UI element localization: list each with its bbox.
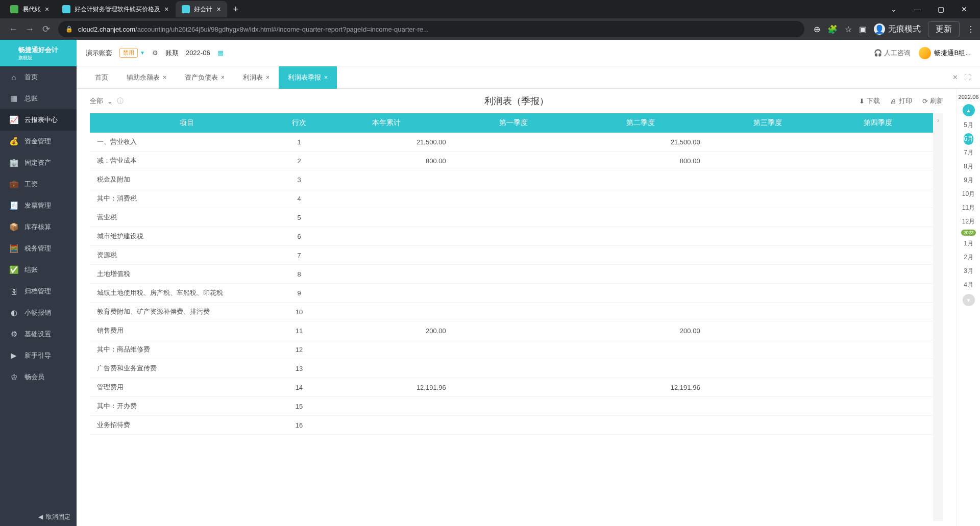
forward-button[interactable]: → [21,21,38,37]
help-icon[interactable]: ⓘ [117,96,124,106]
rail-down-button[interactable]: ▼ [963,294,975,306]
tab-close-icon[interactable]: × [164,5,168,13]
sidebar-item[interactable]: 🧾发票管理 [0,195,77,216]
sidebar-item[interactable]: ⚙基础设置 [0,323,77,345]
url-field[interactable]: 🔒 cloud2.chanjet.com/accounting/uh26t264… [58,21,804,37]
new-tab-button[interactable]: + [228,4,244,15]
table-row[interactable]: 广告费和业务宣传费 13 [90,359,933,378]
tab-title: 好会计财务管理软件购买价格及 [75,5,160,14]
logo[interactable]: 畅捷通好会计 旗舰版 [0,40,77,66]
month-button[interactable]: 12月 [961,215,976,229]
tab-close-icon[interactable]: × [221,74,225,81]
month-button[interactable]: 1月 [964,237,973,251]
table-scroll[interactable]: 项目行次本年累计第一季度第二季度第三季度第四季度 一、营业收入 1 21,500… [90,113,933,521]
browser-tab[interactable]: 易代账× [4,1,55,17]
sidebar-item[interactable]: 📦库存核算 [0,216,77,238]
sidebar-item[interactable]: ◐小畅报销 [0,302,77,323]
user-menu[interactable]: 畅捷通B组... [919,47,971,59]
month-button[interactable]: 6月 [964,133,973,145]
month-button[interactable]: 4月 [964,278,973,292]
close-icon[interactable]: ✕ [952,1,976,17]
table-row[interactable]: 税金及附加 3 [90,170,933,189]
month-button[interactable]: 11月 [961,201,976,215]
rail-up-button[interactable]: ▲ [963,104,975,116]
sidebar-item[interactable]: 📈云报表中心 [0,109,77,131]
sidebar-item[interactable]: ✅结账 [0,259,77,281]
table-row[interactable]: 营业税 5 [90,208,933,227]
table-row[interactable]: 土地增值税 8 [90,265,933,284]
table-row[interactable]: 其中：商品维修费 12 [90,340,933,359]
sidebar-item[interactable]: 🗄归档管理 [0,281,77,302]
tab-close-icon[interactable]: × [324,74,328,81]
table-row[interactable]: 业务招待费 16 [90,416,933,435]
logo-subtitle: 旗舰版 [18,55,58,61]
page-tab[interactable]: 辅助余额表× [117,66,176,89]
table-row[interactable]: 城镇土地使用税、房产税、车船税、印花税 9 [90,284,933,303]
table-row[interactable]: 一、营业收入 1 21,500.00 21,500.00 [90,133,933,152]
sidebar-item[interactable]: ♔畅会员 [0,366,77,388]
sidebar-item[interactable]: 🏢固定资产 [0,152,77,173]
sidebar-item[interactable]: ▦总账 [0,88,77,109]
month-button[interactable]: 8月 [961,160,976,173]
reload-button[interactable]: ⟳ [38,21,54,37]
sidebar-item[interactable]: ▶新手引导 [0,345,77,366]
page-tab[interactable]: 利润表× [234,66,279,89]
tab-close-icon[interactable]: × [266,74,270,81]
table-row[interactable]: 减：营业成本 2 800.00 800.00 [90,152,933,170]
nav-label: 小畅报销 [24,308,51,317]
fullscreen-icon[interactable]: ⛶ [964,73,971,81]
filter-dropdown[interactable]: 全部 ⌄ ⓘ [90,96,124,106]
account-dropdown-icon[interactable]: ▼ [140,50,145,56]
back-button[interactable]: ← [5,21,21,37]
sidebar-item[interactable]: 🧮税务管理 [0,238,77,259]
maximize-icon[interactable]: ▢ [929,1,952,17]
sidebar-item[interactable]: 💼工资 [0,173,77,195]
table-row[interactable]: 教育费附加、矿产资源补偿费、排污费 10 [90,303,933,321]
browser-tab[interactable]: 好会计财务管理软件购买价格及× [56,1,175,17]
extension-icon[interactable]: 🧩 [827,24,838,34]
month-button[interactable]: 7月 [961,146,976,160]
update-button[interactable]: 更新 [928,21,960,37]
cell-q3 [713,208,823,227]
print-button[interactable]: 🖨打印 [890,96,912,106]
table-row[interactable]: 管理费用 14 12,191.96 12,191.96 [90,378,933,397]
month-button[interactable]: 5月 [961,118,976,132]
scroll-right-hint[interactable]: › [933,113,943,521]
minimize-icon[interactable]: ― [905,1,929,17]
calendar-icon[interactable]: ▦ [217,49,224,57]
table-row[interactable]: 其中：开办费 15 [90,397,933,416]
browser-tab[interactable]: 好会计× [176,1,227,17]
tab-close-icon[interactable]: × [45,5,49,13]
tab-close-icon[interactable]: × [216,5,220,13]
chevron-down-icon[interactable]: ⌄ [882,1,905,17]
page-tab[interactable]: 资产负债表× [176,66,234,89]
month-button[interactable]: 2月 [964,251,973,264]
month-button[interactable]: 9月 [961,173,976,187]
star-icon[interactable]: ☆ [845,24,852,34]
headset-icon: 🎧 [874,49,882,57]
month-button[interactable]: 3月 [964,264,973,278]
sidebar-item[interactable]: 💰资金管理 [0,131,77,152]
support-link[interactable]: 🎧 人工咨询 [874,48,911,58]
nav-label: 基础设置 [24,330,51,339]
sidebar-pin-toggle[interactable]: ◀ 取消固定 [0,508,77,526]
cell-q4 [823,265,933,284]
refresh-button[interactable]: ⟳刷新 [922,96,943,106]
page-tab[interactable]: 首页 [86,66,117,89]
zoom-icon[interactable]: ⊕ [814,24,820,34]
sidebar-item[interactable]: ⌂首页 [0,66,77,88]
page-tab[interactable]: 利润表季报× [279,66,337,89]
account-name[interactable]: 演示账套 [86,48,112,58]
table-row[interactable]: 资源税 7 [90,246,933,265]
download-button[interactable]: ⬇下载 [859,96,880,106]
table-row[interactable]: 销售费用 11 200.00 200.00 [90,321,933,340]
account-icon[interactable]: ▣ [859,24,867,34]
sidebar-footer-label: 取消固定 [46,513,70,521]
gear-icon[interactable]: ⚙ [152,49,158,57]
month-button[interactable]: 10月 [961,187,976,201]
close-all-tabs-icon[interactable]: ✕ [952,73,958,81]
tab-close-icon[interactable]: × [163,74,166,81]
menu-icon[interactable]: ⋮ [967,24,975,34]
table-row[interactable]: 城市维护建设税 6 [90,227,933,246]
table-row[interactable]: 其中：消费税 4 [90,189,933,208]
